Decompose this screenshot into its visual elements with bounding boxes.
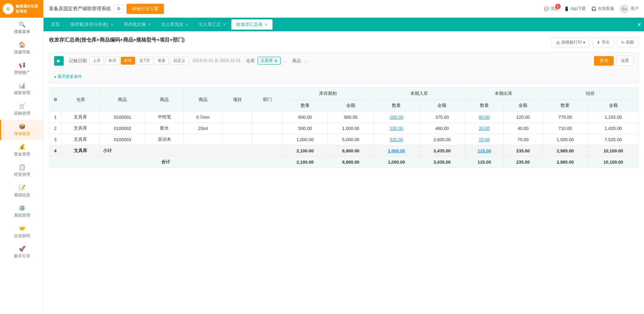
tab-close[interactable]: ✕ [111,22,114,27]
sub-open-amt: 6,900.00 [328,145,374,156]
tab-收发存汇总表[interactable]: 收发存汇总表✕ [231,19,273,30]
warehouse-tag-text: 文具库 [261,58,273,64]
print-button[interactable]: 🖨 按模板打印 ▾ [551,37,590,47]
row-out-qty[interactable]: 15.00 [465,134,504,145]
query-button[interactable]: 查询 [594,56,614,66]
sidebar-item-search[interactable]: 🔍搜索菜单 [0,18,43,38]
sub-out-qty[interactable]: 115.00 [465,145,504,156]
open-qty-header: 数量 [282,100,328,112]
sub-in-amt: 3,435.00 [419,145,465,156]
sidebar-item-marketing[interactable]: 📢营销推广 [0,59,43,79]
sidebar-item-inventory[interactable]: 📦库存核算 [0,120,43,140]
table-container: ⚙ 仓库 商品 商品 商品 项目 部门 库存期初 本期入库 本期出库 结存 [49,87,639,168]
row-bal-qty: 1,505.00 [542,134,588,145]
expand-conditions-btn[interactable]: ▾ 展开更多条件 [54,74,633,80]
sidebar-item-operations[interactable]: 📋经营管理 [0,161,43,181]
tab-库存批次账[interactable]: 库存批次账✕ [119,19,156,30]
tab-close[interactable]: ✕ [148,22,151,27]
gear-button[interactable]: ⚙ [114,4,124,13]
filter-toggle[interactable]: ▶ [54,56,64,66]
sidebar-item-purchase[interactable]: 🛒采购管理 [0,99,43,120]
sidebar: 6 畅捷通好生意 标准版 🔍搜索菜单🏠快捷导航📢营销推广📊销售管理🛒采购管理📦库… [0,0,44,314]
row-in-qty[interactable]: 520.00 [374,134,419,145]
toolbar: 🖨 按模板打印 ▾ ⬆ 导出 ↻ 刷新 [551,37,639,47]
date-btn-近7天[interactable]: 近7天 [136,57,153,65]
settings-col-header[interactable]: ⚙ [49,88,62,112]
sidebar-item-label: 采购管理 [14,111,30,116]
notification-icon: 💬 [544,6,549,11]
date-btn-更多[interactable]: 更多 [154,57,169,65]
online-service-item[interactable]: 🎧 在线客服 [591,6,614,12]
top-header: 装备及固定资产辅助管理系统 ⚙ 体验行业方案 💬 消息 6 📱 App下载 🎧 … [44,0,644,18]
subtotal-row: 4 文具库 小计 2,100.00 6,900.00 1,000.00 3,43… [49,145,639,156]
row-out-qty[interactable]: 80.00 [465,112,504,123]
tab-label: 收发存汇总表 [236,21,263,28]
out-qty-header: 数量 [465,100,504,112]
goods-filter-section: 商品 ... [292,58,307,64]
row-open-qty: 600.00 [282,112,328,123]
total-label: 合计 [49,156,282,168]
sidebar-item-finance[interactable]: 💰资金管理 [0,140,43,161]
export-button[interactable]: ⬆ 导出 [592,37,614,47]
row-warehouse: 文具库 [62,134,100,145]
tab-首页[interactable]: 首页 [46,19,65,30]
sidebar-item-enterprise[interactable]: 🤝企业协同 [0,222,43,242]
refresh-button[interactable]: ↻ 刷新 [617,37,639,47]
row-in-qty[interactable]: 250.00 [374,112,419,123]
system-icon: ⚙️ [19,205,26,211]
printer-icon: 🖨 [556,40,560,45]
system-name: 装备及固定资产辅助管理系统 [49,6,111,12]
sidebar-item-basic-info[interactable]: 📝基础信息 [0,181,43,201]
user-item[interactable]: Ea 用户 [620,4,639,14]
total-in-amt: 3,435.00 [419,156,465,168]
warehouse-more[interactable]: ... [283,59,287,63]
date-btn-本年[interactable]: 本年 [121,57,135,65]
goods-more[interactable]: ... [304,59,307,63]
row-no: 1 [49,112,62,123]
search-icon: 🔍 [19,21,26,28]
row-dept [252,134,282,145]
logo-icon: 6 [3,3,14,14]
sales-icon: 📊 [19,82,26,89]
tab-现存量(库存分布表)[interactable]: 现存量(库存分布表)✕ [65,19,118,30]
warehouse-tag-close[interactable]: ✕ [274,59,278,63]
header-actions: 💬 消息 6 📱 App下载 🎧 在线客服 Ea 用户 [544,4,639,14]
tab-出入库汇总[interactable]: 出入库汇总✕ [194,19,231,30]
date-btn-自定义[interactable]: 自定义 [170,57,188,65]
inventory-icon: 📦 [19,123,26,130]
sidebar-item-guide[interactable]: 🚀新手引导 [0,242,43,263]
spec-col-header: 商品 [184,88,222,112]
table-row: 1 文具库 0100001 中性笔 0.7mm 600.00 900.00 25… [49,112,639,123]
tab-close[interactable]: ✕ [185,22,188,27]
sidebar-item-system[interactable]: ⚙️系统管理 [0,201,43,222]
period-out-header: 本期出库 [465,88,543,100]
tab-close[interactable]: ✕ [223,22,226,27]
sub-in-qty[interactable]: 1,000.00 [374,145,419,156]
logo-text: 畅捷通好生意 标准版 [16,4,38,14]
date-btn-上月[interactable]: 上月 [89,57,104,65]
row-in-qty[interactable]: 230.00 [374,123,419,134]
app-download-item[interactable]: 📱 App下载 [564,6,586,12]
sidebar-item-quick-nav[interactable]: 🏠快捷导航 [0,38,43,59]
sidebar-item-label: 新手引导 [14,253,30,259]
settings-button[interactable]: 设置 [616,56,633,66]
notification-item[interactable]: 💬 消息 6 [544,6,559,12]
total-out-amt: 235.00 [503,156,542,168]
sidebar-item-sales[interactable]: 📊销售管理 [0,79,43,99]
row-out-qty[interactable]: 20.00 [465,123,504,134]
tab-close[interactable]: ✕ [265,22,268,27]
quick-nav-icon: 🏠 [19,42,26,48]
tab-bar-close[interactable]: ✕ [637,21,641,28]
refresh-icon: ↻ [621,40,625,45]
tab-出入库流水[interactable]: 出入库流水✕ [156,19,193,30]
date-filter-section: 记账日期 上月本月本年近7天更多自定义 2023-01-01 至 2023-12… [69,57,241,65]
page-wrapper: 收发存汇总表(按仓库+商品编码+商品+规格型号+项目+部门) 🖨 按模板打印 ▾… [44,31,644,314]
total-bal-qty: 2,985.00 [542,156,588,168]
experience-button[interactable]: 体验行业方案 [127,4,164,14]
row-no: 3 [49,134,62,145]
date-btn-本月[interactable]: 本月 [105,57,119,65]
sidebar-item-label: 资金管理 [14,151,30,157]
logo: 6 畅捷通好生意 标准版 [0,0,43,18]
row-spec: 20ml [184,123,222,134]
row-open-qty: 500.00 [282,123,328,134]
